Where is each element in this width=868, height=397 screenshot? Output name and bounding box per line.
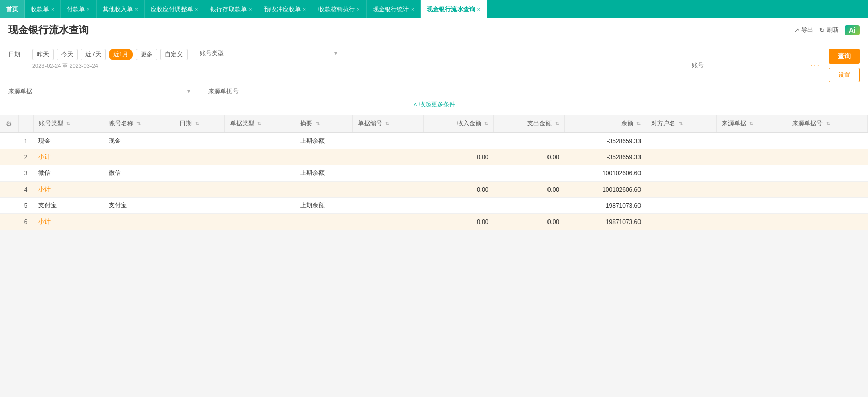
- gear-icon[interactable]: ⚙: [6, 120, 12, 128]
- row-source-doc: [716, 133, 787, 149]
- refresh-button[interactable]: ↻ 刷新: [819, 26, 839, 34]
- row-account-name: 微信: [104, 165, 174, 182]
- more-options-icon[interactable]: ···: [811, 61, 820, 70]
- row-doc-type: [224, 198, 295, 214]
- th-summary[interactable]: 摘要 ⇅: [295, 115, 353, 133]
- source-doc-label: 来源单据: [8, 87, 32, 96]
- row-source-doc: [716, 149, 787, 165]
- th-date[interactable]: 日期 ⇅: [174, 115, 224, 133]
- account-input[interactable]: [716, 61, 807, 70]
- nav-tab-collect-verify[interactable]: 收款核销执行 ×: [312, 0, 367, 18]
- row-income: 0.00: [423, 149, 493, 165]
- nav-tab-receivable-adjust[interactable]: 应收应付调整单 ×: [145, 0, 205, 18]
- row-doc-type: [224, 165, 295, 182]
- row-counterpart: [646, 133, 716, 149]
- date-btn-more[interactable]: 更多: [136, 49, 157, 60]
- row-date: [174, 149, 224, 165]
- sort-icon: ⇅: [316, 121, 320, 126]
- row-account-type: 现金: [33, 133, 104, 149]
- row-gear: [0, 165, 18, 182]
- row-summary: 上期余额: [295, 165, 353, 182]
- sort-icon: ⇅: [257, 121, 261, 126]
- account-type-select[interactable]: ▾: [228, 49, 339, 58]
- row-doc-type: [224, 133, 295, 149]
- row-counterpart: [646, 214, 716, 230]
- th-account-name[interactable]: 账号名称 ⇅: [104, 115, 174, 133]
- filter-area: 日期 昨天 今天 近7天 近1月 更多 自定义 2023-02-24 至 202…: [0, 42, 868, 115]
- row-gear: [0, 214, 18, 230]
- row-account-type: 支付宝: [33, 198, 104, 214]
- date-btn-today[interactable]: 今天: [57, 49, 78, 60]
- row-doc-type: [224, 182, 295, 198]
- row-gear: [0, 182, 18, 198]
- row-gear: [0, 133, 18, 149]
- account-type-label: 账号类型: [200, 49, 224, 58]
- th-balance[interactable]: 余额 ⇅: [564, 115, 646, 133]
- table-row: 5 支付宝 支付宝 上期余额 19871073.60: [0, 198, 868, 214]
- refresh-icon: ↻: [819, 27, 825, 34]
- th-doc-num[interactable]: 单据编号 ⇅: [353, 115, 423, 133]
- close-icon[interactable]: ×: [249, 7, 252, 12]
- th-income[interactable]: 收入金额 ⇅: [423, 115, 493, 133]
- nav-tab-other-income[interactable]: 其他收入单 ×: [97, 0, 145, 18]
- close-icon[interactable]: ×: [357, 7, 360, 12]
- nav-tab-cash-bank-stat[interactable]: 现金银行统计 ×: [367, 0, 421, 18]
- sort-icon: ⇅: [555, 121, 559, 126]
- nav-tab-home[interactable]: 首页: [0, 0, 25, 18]
- settings-button[interactable]: 设置: [829, 68, 860, 82]
- close-icon[interactable]: ×: [195, 7, 198, 12]
- row-summary: [295, 149, 353, 165]
- row-source-doc-num: [787, 133, 868, 149]
- row-balance: 100102606.60: [564, 182, 646, 198]
- row-income: [423, 198, 493, 214]
- date-range-display: 2023-02-24 至 2023-03-24: [32, 63, 98, 69]
- row-expense: 0.00: [494, 214, 564, 230]
- date-options: 昨天 今天 近7天 近1月 更多 自定义: [32, 49, 188, 60]
- source-doc-select[interactable]: ▾: [40, 86, 192, 96]
- table-row: 2 小计 0.00 0.00 -3528659.33: [0, 149, 868, 165]
- date-btn-yesterday[interactable]: 昨天: [32, 49, 54, 60]
- date-btn-1month[interactable]: 近1月: [109, 49, 133, 60]
- close-icon[interactable]: ×: [51, 7, 54, 12]
- th-doc-type[interactable]: 单据类型 ⇅: [224, 115, 295, 133]
- close-icon[interactable]: ×: [477, 7, 480, 12]
- row-source-doc: [716, 165, 787, 182]
- nav-tab-pay[interactable]: 付款单 ×: [61, 0, 97, 18]
- header-bar: 现金银行流水查询 ↗ 导出 ↻ 刷新 Ai: [0, 18, 868, 42]
- nav-tab-advance-offset[interactable]: 预收冲应收单 ×: [258, 0, 312, 18]
- sort-icon: ⇅: [385, 121, 389, 126]
- nav-tab-bank-deposit[interactable]: 银行存取款单 ×: [204, 0, 258, 18]
- date-btn-7days[interactable]: 近7天: [81, 49, 106, 60]
- row-account-name: [104, 182, 174, 198]
- row-source-doc: [716, 182, 787, 198]
- row-source-doc-num: [787, 149, 868, 165]
- query-button[interactable]: 查询: [829, 49, 860, 64]
- nav-tab-cash-bank-flow[interactable]: 现金银行流水查询 ×: [421, 0, 487, 18]
- th-expense[interactable]: 支出金额 ⇅: [494, 115, 564, 133]
- row-doc-num: [353, 198, 423, 214]
- close-icon[interactable]: ×: [303, 7, 306, 12]
- header-actions: ↗ 导出 ↻ 刷新 Ai: [794, 25, 860, 35]
- row-counterpart: [646, 182, 716, 198]
- row-expense: [494, 133, 564, 149]
- export-button[interactable]: ↗ 导出: [794, 26, 813, 34]
- export-icon: ↗: [794, 27, 799, 34]
- collapse-bar[interactable]: ∧ 收起更多条件: [8, 100, 860, 109]
- close-icon[interactable]: ×: [411, 7, 414, 12]
- row-source-doc-num: [787, 198, 868, 214]
- row-account-name: [104, 149, 174, 165]
- row-doc-num: [353, 133, 423, 149]
- account-label: 账号: [692, 61, 712, 70]
- th-source-doc-num[interactable]: 来源单据号 ⇅: [787, 115, 868, 133]
- chevron-down-icon: ▾: [187, 87, 190, 95]
- close-icon[interactable]: ×: [135, 7, 138, 12]
- nav-tab-receive[interactable]: 收款单 ×: [25, 0, 61, 18]
- th-source-doc[interactable]: 来源单据 ⇅: [716, 115, 787, 133]
- th-account-type[interactable]: 账号类型 ⇅: [33, 115, 104, 133]
- date-btn-custom[interactable]: 自定义: [160, 49, 188, 60]
- source-doc-num-input[interactable]: [247, 86, 429, 96]
- th-counterpart[interactable]: 对方户名 ⇅: [646, 115, 716, 133]
- sort-icon: ⇅: [826, 121, 830, 126]
- close-icon[interactable]: ×: [87, 7, 90, 12]
- ai-badge[interactable]: Ai: [845, 25, 860, 35]
